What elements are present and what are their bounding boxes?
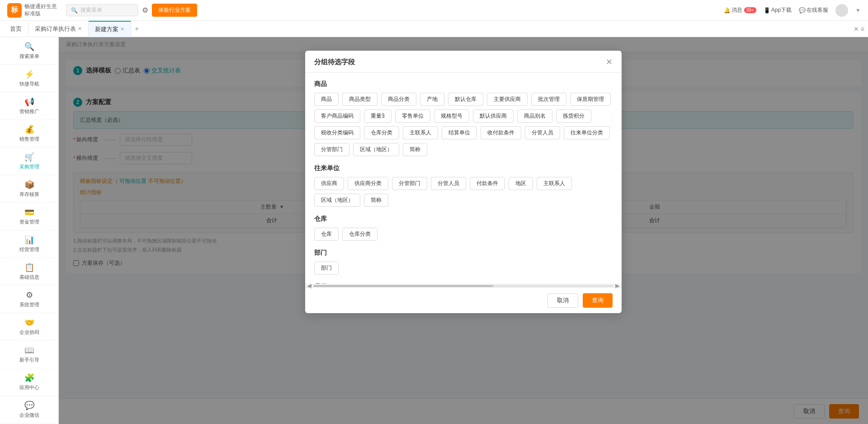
- tab-new-plan-label: 新建方案: [95, 25, 118, 33]
- field-group-product-title: 商品: [314, 80, 613, 88]
- field-tag[interactable]: 默认仓库: [448, 93, 483, 106]
- field-tag[interactable]: 税收分类编码: [314, 126, 360, 139]
- tab-purchase-list[interactable]: 采购订单执行表 ✕: [28, 21, 89, 37]
- modal-confirm-button[interactable]: 查询: [583, 293, 613, 308]
- wechat-icon: 💬: [24, 400, 34, 410]
- service-label: 在线客服: [807, 6, 828, 14]
- field-tag[interactable]: 分管部门: [392, 177, 427, 190]
- field-tag[interactable]: 零售单位: [395, 110, 430, 123]
- field-tag[interactable]: 产地: [420, 93, 444, 106]
- experience-button[interactable]: 体验行业方案: [152, 4, 197, 17]
- field-tag[interactable]: 拣货积分: [556, 110, 591, 123]
- header-right: 🔔 消息 99+ 📱 App下载 💬 在线客服 ▼: [724, 4, 861, 17]
- search-icon: 🔍: [71, 7, 78, 14]
- modal-body[interactable]: 商品 商品 商品类型 商品分类 产地 默认仓库 主要供应商 批次管理 保质期管理…: [305, 73, 622, 284]
- tab-new-plan[interactable]: 新建方案 ✕: [89, 21, 131, 37]
- field-tag[interactable]: 商品分类: [381, 93, 416, 106]
- field-tag[interactable]: 重量3: [364, 110, 392, 123]
- sidebar-item-marketing[interactable]: 📢 营销推广: [0, 92, 58, 120]
- field-tag[interactable]: 供应商分类: [348, 177, 388, 190]
- field-tag[interactable]: 商品别名: [517, 110, 552, 123]
- sidebar-item-sales[interactable]: 💰 销售管理: [0, 120, 58, 148]
- tab-collapse-icon[interactable]: ✕: [854, 25, 859, 33]
- tab-more-icon[interactable]: ≡: [861, 25, 864, 33]
- field-tag[interactable]: 简称: [403, 143, 427, 156]
- field-tag[interactable]: 主联系人: [537, 177, 572, 190]
- avatar[interactable]: [835, 4, 848, 17]
- notification-label: 消息: [731, 6, 742, 14]
- field-tag[interactable]: 批次管理: [531, 93, 566, 106]
- header-search-box[interactable]: 🔍 搜索菜单: [66, 4, 138, 16]
- field-tag[interactable]: 结算单位: [442, 126, 477, 139]
- field-tag[interactable]: 默认供应商: [473, 110, 514, 123]
- sidebar-item-system-label: 系统管理: [19, 301, 39, 308]
- tabbar: 首页 采购订单执行表 ✕ 新建方案 ✕ + ✕ ≡: [0, 21, 868, 37]
- sidebar-item-finance-label: 资金管理: [19, 219, 39, 225]
- field-tag[interactable]: 付款条件: [470, 177, 505, 190]
- field-tags-warehouse: 仓库 仓库分类: [314, 228, 613, 241]
- tab-home[interactable]: 首页: [4, 21, 28, 37]
- field-tag[interactable]: 部门: [314, 262, 339, 275]
- sidebar-item-wechat[interactable]: 💬 企业微信: [0, 396, 58, 424]
- sidebar-item-guide-label: 新手引导: [19, 357, 39, 363]
- field-tag[interactable]: 收付款条件: [481, 126, 521, 139]
- field-tags-product: 商品 商品类型 商品分类 产地 默认仓库 主要供应商 批次管理 保质期管理 客户…: [314, 93, 613, 156]
- app-download[interactable]: 📱 App下载: [764, 6, 792, 14]
- field-tag[interactable]: 分管部门: [314, 143, 349, 156]
- sidebar-item-guide[interactable]: 📖 新手引导: [0, 341, 58, 368]
- download-label: App下载: [771, 6, 792, 14]
- settings-icon[interactable]: ⚙: [142, 6, 148, 14]
- tab-purchase-close[interactable]: ✕: [78, 26, 82, 32]
- inventory-icon: 📦: [24, 180, 34, 190]
- tab-add-button[interactable]: +: [131, 21, 142, 37]
- download-icon: 📱: [764, 7, 770, 14]
- bell-icon: 🔔: [724, 7, 731, 14]
- field-group-product: 商品 商品 商品类型 商品分类 产地 默认仓库 主要供应商 批次管理 保质期管理…: [314, 80, 613, 156]
- main-layout: 🔍 搜索菜单 ⚡ 快捷导航 📢 营销推广 💰 销售管理 🛒 采购管理 📦 库存核…: [0, 37, 868, 424]
- user-arrow[interactable]: ▼: [855, 7, 861, 14]
- field-tag[interactable]: 区域（地区）: [314, 194, 360, 207]
- online-service[interactable]: 💬 在线客服: [799, 6, 828, 14]
- modal-cancel-button[interactable]: 取消: [547, 293, 578, 308]
- field-tag[interactable]: 主要供应商: [487, 93, 528, 106]
- notification-area[interactable]: 🔔 消息 99+: [724, 6, 756, 14]
- sidebar-item-base-info-label: 基础信息: [19, 274, 39, 281]
- field-tag[interactable]: 仓库分类: [364, 126, 399, 139]
- field-tags-dept: 部门: [314, 262, 613, 275]
- field-tag[interactable]: 区域（地区）: [353, 143, 399, 156]
- app-center-icon: 🧩: [24, 373, 34, 383]
- field-tag[interactable]: 供应商: [314, 177, 344, 190]
- field-tag[interactable]: 主联系人: [403, 126, 438, 139]
- modal-header: 分组待选字段 ✕: [305, 51, 622, 73]
- modal-close-button[interactable]: ✕: [606, 57, 613, 67]
- field-tag[interactable]: 商品: [314, 93, 339, 106]
- field-tag[interactable]: 简称: [364, 194, 388, 207]
- sidebar-item-purchase[interactable]: 🛒 采购管理: [0, 148, 58, 175]
- field-tag[interactable]: 客户商品编码: [314, 110, 360, 123]
- sidebar-item-system[interactable]: ⚙ 系统管理: [0, 286, 58, 313]
- field-tag[interactable]: 商品类型: [342, 93, 377, 106]
- sidebar-item-app-center[interactable]: 🧩 应用中心: [0, 368, 58, 396]
- sidebar-item-collab[interactable]: 🤝 企业协同: [0, 313, 58, 341]
- field-tag[interactable]: 仓库: [314, 228, 339, 241]
- field-tag[interactable]: 仓库分类: [342, 228, 377, 241]
- sidebar-item-base-info[interactable]: 📋 基础信息: [0, 258, 58, 286]
- field-tag[interactable]: 分管人员: [525, 126, 560, 139]
- tab-new-plan-close[interactable]: ✕: [120, 26, 124, 32]
- sidebar-item-quick-nav[interactable]: ⚡ 快捷导航: [0, 65, 58, 92]
- sidebar-item-operations[interactable]: 📊 经营管理: [0, 230, 58, 258]
- field-tag[interactable]: 分管人员: [431, 177, 466, 190]
- sidebar-item-search[interactable]: 🔍 搜索菜单: [0, 37, 58, 65]
- sidebar-item-inventory[interactable]: 📦 库存核算: [0, 175, 58, 203]
- field-tag[interactable]: 往来单位分类: [564, 126, 610, 139]
- modal-footer: 取消 查询: [305, 287, 622, 313]
- field-tag[interactable]: 保质期管理: [570, 93, 611, 106]
- system-icon: ⚙: [26, 290, 33, 300]
- field-tag[interactable]: 规格型号: [434, 110, 469, 123]
- modal-hscroll[interactable]: ◀ ▶: [305, 284, 622, 287]
- sidebar-item-finance[interactable]: 💳 资金管理: [0, 203, 58, 230]
- hscroll-track: [313, 285, 613, 287]
- field-tag[interactable]: 地区: [509, 177, 533, 190]
- field-group-dept: 部门 部门: [314, 249, 613, 275]
- sidebar-item-search-label: 搜索菜单: [19, 53, 39, 60]
